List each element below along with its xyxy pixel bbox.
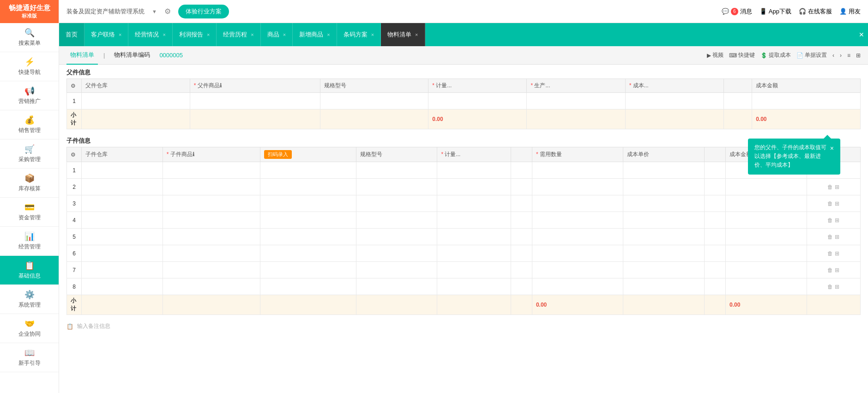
child-row-4-spec[interactable] [356, 212, 437, 229]
child-row-5-warehouse[interactable] [82, 229, 163, 245]
user-action[interactable]: 👤 用友 [839, 7, 861, 16]
child-row-5-unit[interactable] [437, 229, 511, 245]
copy-icon-3[interactable]: ⊞ [835, 200, 839, 207]
delete-icon-6[interactable]: 🗑 [827, 250, 833, 257]
delete-icon-3[interactable]: 🗑 [827, 200, 833, 207]
child-row-6-warehouse[interactable] [82, 245, 163, 262]
child-col-scan[interactable]: 扫码录入 [260, 147, 356, 162]
child-row-2-unit[interactable] [437, 179, 511, 195]
grid-view-icon[interactable]: ≡ [847, 52, 850, 59]
child-row-2-product[interactable] [163, 179, 260, 195]
nav-tab-close-1[interactable]: × [119, 32, 121, 37]
system-dropdown-arrow[interactable]: ▼ [152, 9, 157, 14]
app-download-action[interactable]: 📱 App下载 [760, 7, 791, 16]
child-row-7-product[interactable] [163, 262, 260, 278]
child-row-1-spec[interactable] [356, 162, 437, 179]
copy-icon-2[interactable]: ⊞ [835, 184, 839, 190]
child-row-3-qty[interactable] [532, 195, 623, 212]
nav-tab-close-6[interactable]: × [327, 32, 330, 37]
sidebar-item-6[interactable]: 💳资金管理 [0, 198, 59, 227]
child-row-2-qty[interactable] [532, 179, 623, 195]
child-row-5-spec[interactable] [356, 229, 437, 245]
nav-tab-close-2[interactable]: × [163, 32, 165, 37]
parent-row-1-warehouse[interactable] [82, 93, 190, 109]
child-row-8-unit[interactable] [437, 278, 511, 295]
sidebar-item-9[interactable]: ⚙️系统管理 [0, 285, 59, 314]
doc-settings-action[interactable]: 📄 单据设置 [796, 51, 827, 59]
shortcut-action[interactable]: ⌨ 快捷键 [729, 51, 755, 59]
nav-prev[interactable]: ‹ [832, 52, 834, 59]
sidebar-item-3[interactable]: 💰销售管理 [0, 110, 59, 139]
child-row-5-unit-price[interactable] [623, 229, 705, 245]
child-row-8-qty[interactable] [532, 278, 623, 295]
child-row-5-product[interactable] [163, 229, 260, 245]
delete-icon-4[interactable]: 🗑 [827, 217, 833, 224]
nav-tab-close-4[interactable]: × [251, 32, 253, 37]
delete-icon-7[interactable]: 🗑 [827, 267, 833, 273]
sub-tab-bill-list[interactable]: 物料清单 [66, 46, 98, 65]
child-row-3-unit-price[interactable] [623, 195, 705, 212]
nav-tab-close-3[interactable]: × [207, 32, 210, 37]
child-row-1-product[interactable] [163, 162, 260, 179]
copy-icon-7[interactable]: ⊞ [835, 267, 839, 273]
child-row-7-unit-price[interactable] [623, 262, 705, 278]
child-row-6-qty[interactable] [532, 245, 623, 262]
child-row-1-warehouse[interactable] [82, 162, 163, 179]
nav-tab-8[interactable]: 物料清单× [381, 23, 425, 46]
tooltip-close-btn[interactable]: × [830, 143, 834, 153]
nav-tab-6[interactable]: 新增商品× [293, 23, 337, 46]
nav-tab-7[interactable]: 条码方案× [337, 23, 381, 46]
child-row-7-spec[interactable] [356, 262, 437, 278]
child-row-3-unit[interactable] [437, 195, 511, 212]
video-action[interactable]: ▶ 视频 [707, 51, 723, 59]
child-row-7-unit[interactable] [437, 262, 511, 278]
nav-next[interactable]: › [840, 52, 842, 59]
child-row-7-warehouse[interactable] [82, 262, 163, 278]
nav-tab-2[interactable]: 经营情况× [128, 23, 172, 46]
child-row-5-qty[interactable] [532, 229, 623, 245]
child-row-6-unit-price[interactable] [623, 245, 705, 262]
nav-tab-3[interactable]: 利润报告× [173, 23, 217, 46]
parent-row-1-unit[interactable] [428, 93, 527, 109]
nav-tab-4[interactable]: 经营历程× [217, 23, 260, 46]
child-row-3-warehouse[interactable] [82, 195, 163, 212]
parent-row-1-product[interactable] [190, 93, 320, 109]
nav-tab-close-8[interactable]: × [415, 32, 418, 37]
child-row-4-product[interactable] [163, 212, 260, 229]
parent-row-1-spec[interactable] [320, 93, 428, 109]
child-row-6-spec[interactable] [356, 245, 437, 262]
delete-icon-8[interactable]: 🗑 [827, 284, 833, 290]
copy-icon-8[interactable]: ⊞ [835, 284, 839, 290]
sidebar-item-5[interactable]: 📦库存核算 [0, 169, 59, 198]
child-row-4-unit-price[interactable] [623, 212, 705, 229]
sidebar-item-11[interactable]: 📖新手引导 [0, 343, 59, 372]
child-row-2-spec[interactable] [356, 179, 437, 195]
nav-tab-close-5[interactable]: × [283, 32, 286, 37]
copy-icon-6[interactable]: ⊞ [835, 250, 839, 257]
sidebar-item-8[interactable]: 📋基础信息 [0, 256, 59, 285]
online-service-action[interactable]: 🎧 在线客服 [799, 7, 832, 16]
child-row-6-unit[interactable] [437, 245, 511, 262]
child-row-2-warehouse[interactable] [82, 179, 163, 195]
nav-tab-0[interactable]: 首页 [59, 23, 84, 46]
child-row-1-unit-price[interactable] [623, 162, 705, 179]
close-all-tabs[interactable]: ✕ [855, 31, 868, 38]
sidebar-item-7[interactable]: 📊经营管理 [0, 227, 59, 256]
child-row-4-warehouse[interactable] [82, 212, 163, 229]
child-row-7-qty[interactable] [532, 262, 623, 278]
child-row-2-unit-price[interactable] [623, 179, 705, 195]
child-row-8-product[interactable] [163, 278, 260, 295]
copy-icon-4[interactable]: ⊞ [835, 217, 839, 224]
nav-tab-close-7[interactable]: × [371, 32, 374, 37]
parent-col-settings[interactable]: ⚙ [67, 79, 82, 93]
child-row-4-qty[interactable] [532, 212, 623, 229]
delete-icon-5[interactable]: 🗑 [827, 234, 833, 240]
settings-icon[interactable]: ⚙ [164, 7, 171, 16]
delete-icon-2[interactable]: 🗑 [827, 184, 833, 190]
nav-tab-5[interactable]: 商品× [261, 23, 293, 46]
sidebar-item-4[interactable]: 🛒采购管理 [0, 139, 59, 169]
parent-row-1-production[interactable] [527, 93, 625, 109]
parent-row-1-cost[interactable] [625, 93, 723, 109]
child-col-settings[interactable]: ⚙ [67, 147, 82, 162]
sidebar-item-0[interactable]: 🔍搜索菜单 [0, 23, 59, 52]
